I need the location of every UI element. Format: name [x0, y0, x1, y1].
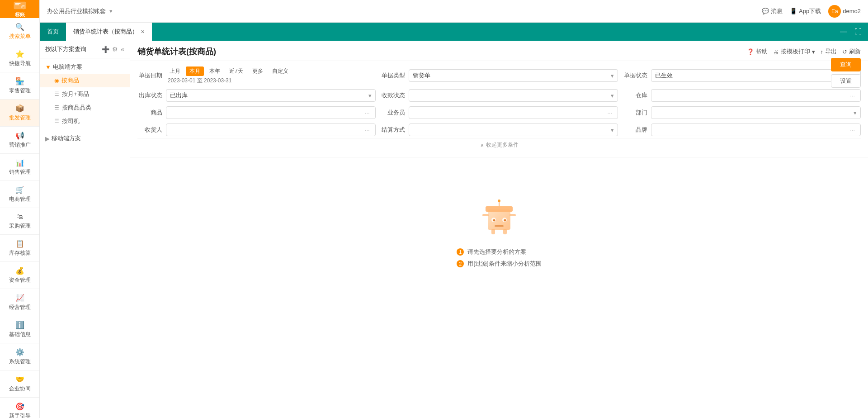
sidebar-item-system[interactable]: ⚙️ 系统管理 [0, 343, 39, 370]
svg-point-10 [504, 219, 506, 222]
purchase-icon: 🛍 [16, 213, 24, 221]
date-tab-last-month[interactable]: 上月 [166, 66, 184, 76]
filter-doctype-input[interactable]: 销货单 ▾ [409, 69, 618, 82]
receiver-more-icon[interactable]: ··· [363, 127, 372, 133]
operations-icon: 📈 [15, 294, 24, 302]
salesperson-more-icon[interactable]: ··· [605, 109, 614, 116]
collapse-label: 收起更多条件 [486, 141, 519, 149]
sidebar-item-guide[interactable]: 🎯 新手引导 [0, 398, 39, 418]
filter-receiptstatus-input[interactable]: ▾ [409, 89, 618, 102]
tab-sales-stat[interactable]: 销货单统计表（按商品） ✕ [66, 23, 152, 41]
collapse-nav-icon[interactable]: « [121, 46, 124, 53]
star-icon: ⭐ [15, 50, 24, 58]
settings-scheme-icon[interactable]: ⚙ [112, 46, 118, 53]
left-nav-header-label: 按以下方案查询 [45, 45, 86, 53]
marketing-icon: 📢 [15, 131, 24, 140]
settings-button[interactable]: 设置 [831, 74, 861, 88]
sidebar-system-label: 系统管理 [9, 358, 31, 366]
date-range: 2023-03-01 至 2023-03-31 [168, 77, 376, 85]
date-tab-more[interactable]: 更多 [249, 66, 267, 76]
sidebar-item-purchase[interactable]: 🛍 采购管理 [0, 208, 39, 235]
empty-illustration [476, 194, 522, 239]
filter-outstatus-input[interactable]: 已出库 ▾ [166, 89, 376, 102]
filter-warehouse-input[interactable]: ··· [651, 89, 861, 102]
sidebar-item-marketing[interactable]: 📢 营销推广 [0, 127, 39, 154]
user-menu[interactable]: Ea demo2 [828, 5, 861, 18]
logo-label: 标账 [15, 11, 25, 18]
date-tab-7days[interactable]: 近7天 [226, 66, 247, 76]
collapse-bar[interactable]: ∧ 收起更多条件 [137, 138, 861, 152]
filter-payment-input[interactable]: ▾ [409, 124, 618, 136]
date-tab-custom[interactable]: 自定义 [269, 66, 292, 76]
left-nav-item-by-month-product[interactable]: ☰ 按月+商品 [40, 87, 130, 101]
collapse-chevron-icon: ∧ [480, 142, 484, 148]
page-title: 销货单统计表(按商品) [137, 46, 216, 57]
tab-minimize-button[interactable]: — [837, 25, 850, 38]
app-name: 办公用品行业模拟账套 [47, 7, 106, 15]
tab-maximize-button[interactable]: ⛶ [852, 25, 864, 38]
add-scheme-icon[interactable]: ➕ [102, 46, 109, 53]
app-download-button[interactable]: 📱 App下载 [790, 7, 821, 15]
left-nav-group-mobile[interactable]: ▶ 移动端方案 [40, 132, 130, 145]
filter-salesperson-input[interactable]: ··· [409, 106, 618, 119]
sidebar-item-basic[interactable]: ℹ️ 基础信息 [0, 316, 39, 343]
export-button[interactable]: ↑ 导出 [821, 48, 837, 56]
sidebar-retail-label: 零售管理 [9, 87, 31, 95]
sidebar-item-ecommerce[interactable]: 🛒 电商管理 [0, 181, 39, 208]
filter-brand-input[interactable]: ··· [651, 124, 861, 136]
help-label: 帮助 [756, 48, 768, 56]
sidebar-item-operations[interactable]: 📈 经营管理 [0, 289, 39, 316]
message-label: 消息 [771, 7, 783, 15]
left-nav-mobile-section: ▶ 移动端方案 [40, 130, 130, 147]
tip-text-2: 用[过滤]条件来缩小分析范围 [467, 260, 541, 268]
print-button[interactable]: 🖨 按模板打印 ▾ [773, 48, 815, 56]
sidebar-item-sales[interactable]: 📊 销售管理 [0, 154, 39, 181]
sidebar-item-retail[interactable]: 🏪 零售管理 [0, 72, 39, 100]
filter-payment-cell: 结算方式 ▾ [380, 124, 618, 136]
tab-close-icon[interactable]: ✕ [141, 29, 145, 35]
filter-department-input[interactable]: ▾ [651, 106, 861, 119]
filter-receiver-input[interactable]: ··· [166, 124, 376, 136]
tab-sales-stat-label: 销货单统计表（按商品） [73, 28, 138, 36]
tab-home[interactable]: 首页 [40, 23, 66, 41]
sidebar-item-inventory[interactable]: 📋 库存核算 [0, 235, 39, 262]
dropdown-icon[interactable]: ▾ [109, 8, 113, 14]
query-button[interactable]: 查询 [831, 58, 861, 71]
inventory-icon: 📋 [15, 239, 24, 248]
date-tab-this-year[interactable]: 本年 [206, 66, 224, 76]
sidebar-item-enterprise[interactable]: 🤝 企业协同 [0, 370, 39, 398]
help-button[interactable]: ❓ 帮助 [747, 48, 768, 56]
brand-more-icon[interactable]: ··· [848, 127, 857, 133]
empty-state: 1 请先选择要分析的方案 2 用[过滤]条件来缩小分析范围 [130, 157, 868, 304]
message-button[interactable]: 💬 消息 [762, 7, 783, 15]
sidebar-item-finance[interactable]: 💰 资金管理 [0, 262, 39, 289]
left-nav-item-by-driver[interactable]: ☰ 按司机 [40, 114, 130, 128]
refresh-button[interactable]: ↺ 刷新 [842, 48, 861, 56]
sidebar-item-search[interactable]: 🔍 搜索菜单 [0, 18, 39, 45]
sidebar-item-wholesale[interactable]: 📦 批发管理 [0, 100, 39, 127]
left-nav-item-by-category[interactable]: ☰ 按商品品类 [40, 101, 130, 114]
sidebar-item-quicknav[interactable]: ⭐ 快捷导航 [0, 45, 39, 72]
date-tab-this-month[interactable]: 本月 [186, 66, 204, 76]
page-header: 销货单统计表(按商品) ❓ 帮助 🖨 按模板打印 ▾ ↑ 导出 [130, 41, 868, 61]
action-buttons: 查询 设置 [831, 58, 861, 88]
filter-docstatus-input[interactable]: 已生效 ▾ [651, 69, 861, 82]
filter-receiptstatus-label: 收款状态 [380, 91, 405, 100]
product-more-icon[interactable]: ··· [363, 109, 372, 116]
filter-product-label: 商品 [137, 109, 162, 117]
topbar-left: 办公用品行业模拟账套 ▾ [47, 7, 113, 15]
left-nav-item-by-product[interactable]: ◉ 按商品 [40, 74, 130, 87]
warehouse-more-icon[interactable]: ··· [848, 92, 857, 99]
filter-row-3: 商品 ··· 业务员 ··· 部门 [137, 106, 861, 119]
sidebar-inventory-label: 库存核算 [9, 249, 31, 257]
filter-receiver-cell: 收货人 ··· [137, 124, 376, 136]
svg-rect-5 [488, 209, 510, 230]
sidebar-ecommerce-label: 电商管理 [9, 195, 31, 203]
left-nav-group-pc[interactable]: ▼ 电脑端方案 [40, 60, 130, 74]
sales-icon: 📊 [15, 158, 24, 167]
nav-by-category-label: 按商品品类 [62, 104, 91, 112]
filter-product-input[interactable]: ··· [166, 106, 376, 119]
radio-active-icon: ◉ [54, 77, 59, 84]
filter-receiptstatus-cell: 收款状态 ▾ [380, 89, 618, 102]
tabbar-actions: — ⛶ [837, 25, 868, 38]
